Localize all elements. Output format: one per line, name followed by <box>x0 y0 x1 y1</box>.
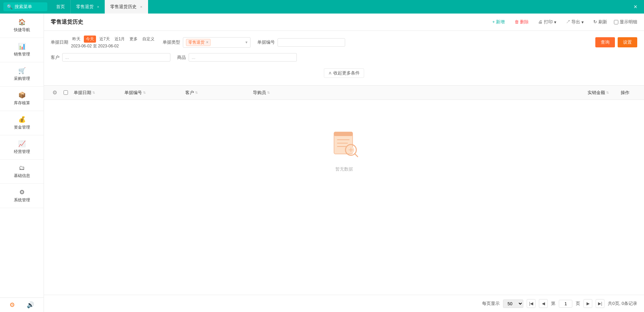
th-number-label: 单据编号 <box>124 90 142 96</box>
settings-button[interactable]: 设置 <box>618 37 637 47</box>
customer-filter-select[interactable]: ... <box>62 53 170 62</box>
tab-home[interactable]: 首页 <box>51 0 71 14</box>
date-btn-yesterday[interactable]: 昨天 <box>71 36 82 43</box>
print-label: 🖨 打印 <box>538 19 553 25</box>
sidebar-item-finance[interactable]: 💰 资金管理 <box>0 111 44 135</box>
number-filter-input[interactable] <box>278 38 345 47</box>
per-page-select[interactable]: 50 10 20 100 <box>503 299 523 308</box>
th-customer[interactable]: 客户 ⇅ <box>183 90 250 96</box>
th-guide-sort[interactable]: ⇅ <box>267 91 270 94</box>
sidebar-item-base-info-label: 基础信息 <box>14 173 30 179</box>
th-checkbox[interactable] <box>60 90 71 95</box>
sidebar-item-purchase[interactable]: 🛒 采购管理 <box>0 62 44 87</box>
date-btn-more[interactable]: 更多 <box>128 36 139 43</box>
first-page-button[interactable]: |◀ <box>527 299 535 308</box>
search-label: 搜索菜单 <box>15 4 32 10</box>
sidebar-audio-icon[interactable]: 🔊 <box>27 301 34 309</box>
per-page-label: 每页显示 <box>482 300 500 307</box>
date-btn-7days[interactable]: 近7天 <box>98 36 111 43</box>
th-guide[interactable]: 导购员 ⇅ <box>250 90 561 96</box>
purchase-icon: 🛒 <box>18 67 26 74</box>
th-actions-label: 操作 <box>621 90 629 96</box>
export-button[interactable]: ↗ 导出 ▾ <box>563 18 587 26</box>
th-number[interactable]: 单据编号 ⇅ <box>122 90 183 96</box>
sidebar-item-operations[interactable]: 📈 经营管理 <box>0 135 44 160</box>
date-range-display: 2023-06-02 至 2023-06-02 <box>71 43 156 49</box>
tab-retail-return[interactable]: 零售退货 × <box>71 0 105 14</box>
date-btn-today[interactable]: 今天 <box>84 36 96 43</box>
tab-retail-return-label: 零售退货 <box>76 4 94 10</box>
th-amount-sort[interactable]: ⇅ <box>606 91 609 94</box>
th-date[interactable]: 单据日期 ⇅ <box>71 90 122 96</box>
refresh-button[interactable]: ↻ 刷新 <box>591 18 610 26</box>
tab-retail-return-history[interactable]: 零售退货历史 × <box>105 0 148 14</box>
show-detail-checkbox-label[interactable]: 显示明细 <box>614 19 637 25</box>
date-btn-1month[interactable]: 近1月 <box>113 36 126 43</box>
action-buttons: 查询 设置 <box>595 37 637 47</box>
type-select-arrow[interactable]: ▾ <box>245 40 247 45</box>
top-bar: 🔍 搜索菜单 首页 零售退货 × 零售退货历史 × × <box>0 0 644 14</box>
th-date-sort[interactable]: ⇅ <box>92 91 95 94</box>
type-tag: 零售退货 × <box>186 39 211 46</box>
th-amount[interactable]: 实销金额 ⇅ <box>561 90 612 96</box>
export-label: ↗ 导出 <box>566 19 580 25</box>
filter-row-2: 客户 ... 商品 ... <box>51 53 637 62</box>
sidebar-bottom: ⚙ 🔊 <box>0 297 44 312</box>
goods-filter-select[interactable]: ... <box>189 53 297 62</box>
page-suffix-label: 页 <box>576 300 580 307</box>
tab-retail-return-close[interactable]: × <box>97 5 99 9</box>
date-filter-label: 单据日期 <box>51 39 68 45</box>
sidebar-item-sales-label: 销售管理 <box>14 51 30 57</box>
search-box[interactable]: 🔍 搜索菜单 <box>3 2 47 11</box>
page-header: 零售退货历史 + 新增 🗑 删除 🖨 打印 ▾ ↗ 导出 ▾ ↻ 刷新 显示明细 <box>44 14 644 31</box>
sidebar-item-inventory-label: 库存核算 <box>14 100 30 106</box>
page-number-input[interactable] <box>559 300 572 308</box>
collapse-button[interactable]: ∧ 收起更多条件 <box>324 68 364 78</box>
sidebar-settings-icon[interactable]: ⚙ <box>9 301 15 309</box>
type-tag-close[interactable]: × <box>206 40 208 45</box>
sidebar-item-quick-nav[interactable]: 🏠 快捷导航 <box>0 14 44 38</box>
total-info: 共0页, 0条记录 <box>608 300 637 307</box>
table-header: ⚙ 单据日期 ⇅ 单据编号 ⇅ 客户 ⇅ 导购员 ⇅ <box>44 86 644 100</box>
export-dropdown-icon[interactable]: ▾ <box>581 20 584 25</box>
window-close-button[interactable]: × <box>630 3 641 10</box>
number-filter-group: 单据编号 <box>257 38 345 47</box>
goods-filter-label: 商品 <box>177 54 186 61</box>
date-quick-filters: 昨天 今天 近7天 近1月 更多 自定义 <box>71 36 156 43</box>
next-page-button[interactable]: ▶ <box>583 299 592 308</box>
th-number-sort[interactable]: ⇅ <box>143 91 146 94</box>
prev-page-button[interactable]: ◀ <box>539 299 548 308</box>
table-area: ⚙ 单据日期 ⇅ 单据编号 ⇅ 客户 ⇅ 导购员 ⇅ <box>44 86 644 295</box>
sales-icon: 📊 <box>18 43 26 50</box>
select-all-checkbox[interactable] <box>64 90 68 95</box>
empty-state: 暂无数据 <box>44 100 644 199</box>
show-detail-checkbox[interactable] <box>614 20 618 24</box>
quick-nav-icon: 🏠 <box>18 18 26 26</box>
print-button[interactable]: 🖨 打印 ▾ <box>535 18 559 26</box>
last-page-button[interactable]: ▶| <box>596 299 604 308</box>
delete-button[interactable]: 🗑 删除 <box>512 18 532 26</box>
sidebar-item-operations-label: 经营管理 <box>14 149 30 155</box>
inventory-icon: 📦 <box>18 91 26 99</box>
operations-icon: 📈 <box>18 140 26 148</box>
print-dropdown-icon[interactable]: ▾ <box>554 20 556 25</box>
sidebar-item-system-label: 系统管理 <box>14 197 30 203</box>
empty-icon <box>327 127 361 161</box>
query-button[interactable]: 查询 <box>595 37 615 47</box>
new-button[interactable]: + 新增 <box>490 18 507 26</box>
sidebar-item-base-info[interactable]: 🗂 基础信息 <box>0 160 44 184</box>
svg-rect-1 <box>334 132 353 136</box>
type-filter-group: 单据类型 零售退货 × ▾ <box>163 37 251 48</box>
sidebar-item-system[interactable]: ⚙ 系统管理 <box>0 184 44 208</box>
tab-retail-return-history-close[interactable]: × <box>140 5 142 9</box>
sidebar-item-sales[interactable]: 📊 销售管理 <box>0 38 44 62</box>
empty-text: 暂无数据 <box>335 166 353 172</box>
collapse-wrapper: ∧ 收起更多条件 <box>51 66 637 81</box>
th-settings-icon[interactable]: ⚙ <box>49 89 60 96</box>
th-customer-sort[interactable]: ⇅ <box>195 91 198 94</box>
sidebar-item-inventory[interactable]: 📦 库存核算 <box>0 87 44 111</box>
type-filter-select[interactable]: 零售退货 × ▾ <box>183 37 251 48</box>
filter-row-1: 单据日期 昨天 今天 近7天 近1月 更多 自定义 2023-06-02 至 2… <box>51 36 637 49</box>
date-btn-custom[interactable]: 自定义 <box>141 36 156 43</box>
number-filter-label: 单据编号 <box>257 39 275 45</box>
